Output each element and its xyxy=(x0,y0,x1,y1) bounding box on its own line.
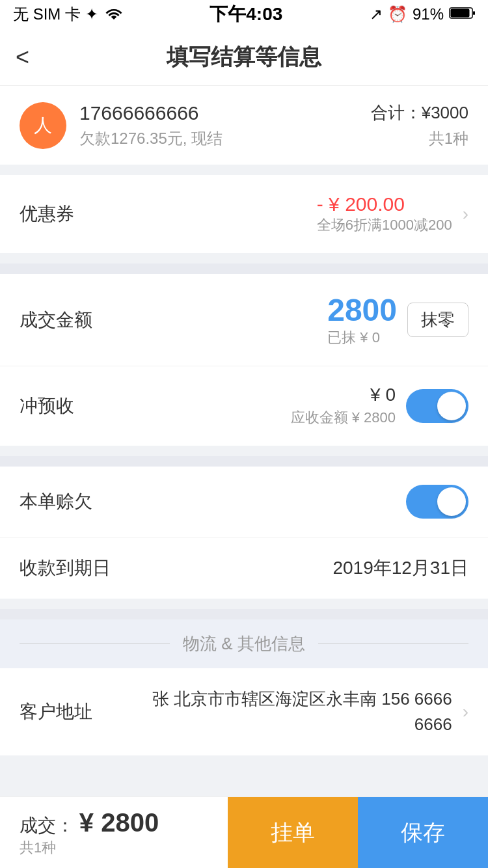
status-bar: 无 SIM 卡 ✦ 下午4:03 ↗ ⏰ 91% xyxy=(0,0,488,29)
total-count: 共1种 xyxy=(371,128,468,149)
save-button[interactable]: 保存 xyxy=(358,797,488,869)
credit-toggle-knob xyxy=(437,487,466,516)
page-title: 填写结算等信息 xyxy=(167,42,321,72)
credit-toggle[interactable] xyxy=(406,485,468,519)
prepay-right: ¥ 0 应收金额 ¥ 2800 xyxy=(291,385,468,427)
status-left: 无 SIM 卡 ✦ xyxy=(13,4,123,25)
hang-button[interactable]: 挂单 xyxy=(228,797,358,869)
bottom-info: 成交： ¥ 2800 共1种 xyxy=(0,808,228,858)
divider-3 xyxy=(0,609,488,619)
svg-rect-1 xyxy=(450,9,469,18)
round-button[interactable]: 抹零 xyxy=(407,303,468,337)
bottom-deal-row: 成交： ¥ 2800 xyxy=(20,808,208,838)
credit-row: 本单赊欠 xyxy=(0,467,488,537)
divider-1 xyxy=(0,264,488,274)
status-right: ↗ ⏰ 91% xyxy=(370,5,475,23)
status-time: 下午4:03 xyxy=(210,2,282,27)
customer-card: 人 17666666666 欠款1276.35元, 现结 合计：¥3000 共1… xyxy=(0,86,488,165)
prepay-value: ¥ 0 xyxy=(291,385,396,405)
deal-amount-label: 成交金额 xyxy=(20,308,92,332)
credit-section: 本单赊欠 收款到期日 2019年12月31日 xyxy=(0,467,488,599)
divider-line-right xyxy=(318,644,468,644)
discount-sub: 全场6折满1000减200 xyxy=(317,215,452,235)
chevron-right-icon: › xyxy=(463,204,468,224)
deal-section: 成交金额 2800 已抹 ¥ 0 抹零 冲预收 ¥ 0 应收金额 ¥ 2800 xyxy=(0,274,488,446)
total-label: 合计：¥3000 xyxy=(371,102,468,124)
credit-label: 本单赊欠 xyxy=(20,489,92,514)
discount-label: 优惠券 xyxy=(20,202,74,226)
prepay-sub: 应收金额 ¥ 2800 xyxy=(291,408,396,427)
address-label: 客户地址 xyxy=(20,699,92,724)
prepay-label: 冲预收 xyxy=(20,394,74,418)
bottom-count: 共1种 xyxy=(20,838,208,858)
deal-amount-row: 成交金额 2800 已抹 ¥ 0 抹零 xyxy=(0,274,488,366)
prepay-toggle[interactable] xyxy=(406,389,468,423)
due-date-row: 收款到期日 2019年12月31日 xyxy=(0,537,488,599)
prepay-values: ¥ 0 应收金额 ¥ 2800 xyxy=(291,385,396,427)
due-date-value: 2019年12月31日 xyxy=(332,556,468,580)
customer-left: 人 17666666666 欠款1276.35元, 现结 xyxy=(20,102,223,149)
discount-value: - ¥ 200.00 xyxy=(317,193,452,215)
bottom-bar: 成交： ¥ 2800 共1种 挂单 保存 xyxy=(0,796,488,868)
battery-icon xyxy=(449,5,475,23)
svg-rect-2 xyxy=(473,11,475,15)
bottom-deal-label: 成交： xyxy=(20,815,74,835)
content-area: 人 17666666666 欠款1276.35元, 现结 合计：¥3000 共1… xyxy=(0,86,488,868)
logistics-divider-text: 物流 & 其他信息 xyxy=(183,632,305,655)
address-section: 客户地址 张 北京市市辖区海淀区永丰南 156 6666 6666 › xyxy=(0,668,488,755)
address-right: 张 北京市市辖区海淀区永丰南 156 6666 6666 › xyxy=(130,686,468,737)
avatar: 人 xyxy=(20,102,66,149)
customer-info: 17666666666 欠款1276.35元, 现结 xyxy=(79,102,223,149)
logistics-divider: 物流 & 其他信息 xyxy=(0,619,488,668)
discount-right: - ¥ 200.00 全场6折满1000减200 › xyxy=(317,193,468,235)
deal-amount-values: 2800 已抹 ¥ 0 xyxy=(327,292,397,347)
alarm-icon: ⏰ xyxy=(388,5,407,23)
deal-amount-value: 2800 xyxy=(327,292,397,328)
back-button[interactable]: < xyxy=(16,44,29,71)
prepay-row: 冲预收 ¥ 0 应收金额 ¥ 2800 xyxy=(0,366,488,446)
address-value: 张 北京市市辖区海淀区永丰南 156 6666 6666 xyxy=(130,686,452,737)
divider-line-left xyxy=(20,644,170,644)
deal-amount-right: 2800 已抹 ¥ 0 抹零 xyxy=(327,292,468,347)
battery-label: 91% xyxy=(413,5,444,23)
customer-total: 合计：¥3000 共1种 xyxy=(371,102,468,149)
deal-amount-sub: 已抹 ¥ 0 xyxy=(327,328,397,347)
customer-phone: 17666666666 xyxy=(79,102,223,124)
bottom-amount: ¥ 2800 xyxy=(79,808,159,837)
address-row[interactable]: 客户地址 张 北京市市辖区海淀区永丰南 156 6666 6666 › xyxy=(0,668,488,755)
discount-row[interactable]: 优惠券 - ¥ 200.00 全场6折满1000减200 › xyxy=(0,175,488,253)
nav-bar: < 填写结算等信息 xyxy=(0,29,488,86)
discount-section: 优惠券 - ¥ 200.00 全场6折满1000减200 › xyxy=(0,175,488,253)
discount-values: - ¥ 200.00 全场6折满1000减200 xyxy=(317,193,452,235)
sim-label: 无 SIM 卡 ✦ xyxy=(13,4,98,25)
wifi-icon xyxy=(105,5,123,23)
customer-sub: 欠款1276.35元, 现结 xyxy=(79,128,223,149)
divider-2 xyxy=(0,456,488,467)
location-icon: ↗ xyxy=(370,5,383,23)
address-chevron-icon: › xyxy=(463,701,468,722)
credit-right xyxy=(406,485,468,519)
toggle-knob xyxy=(437,392,466,420)
due-date-label: 收款到期日 xyxy=(20,556,111,580)
